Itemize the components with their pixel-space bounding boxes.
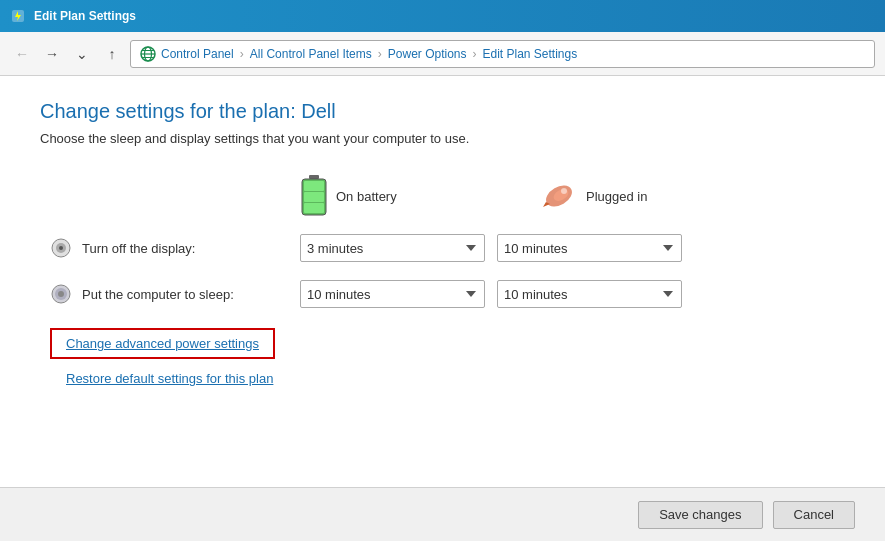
display-setting-label: Turn off the display: <box>40 237 300 259</box>
up-button[interactable]: ↑ <box>100 42 124 66</box>
breadcrumb-poweroptions[interactable]: Power Options <box>388 47 467 61</box>
svg-rect-9 <box>304 192 324 202</box>
cancel-button[interactable]: Cancel <box>773 501 855 529</box>
dropdown-icon: ⌄ <box>76 46 88 62</box>
back-icon: ← <box>15 46 29 62</box>
advanced-power-settings-link[interactable]: Change advanced power settings <box>66 336 259 351</box>
display-plugged-select[interactable]: 10 minutes 1 minute 2 minutes 3 minutes … <box>497 234 682 262</box>
plugged-in-label: Plugged in <box>586 189 647 204</box>
restore-defaults-link[interactable]: Restore default settings for this plan <box>66 371 273 386</box>
on-battery-header: On battery <box>300 174 500 218</box>
window-title: Edit Plan Settings <box>34 9 136 23</box>
title-bar: Edit Plan Settings <box>0 0 885 32</box>
page-subtitle: Choose the sleep and display settings th… <box>40 131 845 146</box>
svg-point-14 <box>561 188 567 194</box>
restore-link-container: Restore default settings for this plan <box>66 371 845 386</box>
save-button[interactable]: Save changes <box>638 501 762 529</box>
up-icon: ↑ <box>109 46 116 62</box>
back-button[interactable]: ← <box>10 42 34 66</box>
column-headers: On battery Plugged in <box>300 174 845 218</box>
svg-rect-8 <box>304 181 324 191</box>
display-icon <box>50 237 72 259</box>
svg-rect-6 <box>309 175 319 179</box>
main-area: Change settings for the plan: Dell Choos… <box>0 76 885 487</box>
dropdown-button[interactable]: ⌄ <box>70 42 94 66</box>
advanced-link-box: Change advanced power settings <box>50 328 275 359</box>
plug-icon <box>540 182 578 210</box>
breadcrumb-editplan[interactable]: Edit Plan Settings <box>482 47 577 61</box>
sleep-setting-label: Put the computer to sleep: <box>40 283 300 305</box>
breadcrumb-allitems[interactable]: All Control Panel Items <box>250 47 372 61</box>
svg-point-20 <box>58 291 64 297</box>
breadcrumb-controlpanel[interactable]: Control Panel <box>161 47 234 61</box>
main-content: Change settings for the plan: Dell Choos… <box>0 76 885 541</box>
globe-icon <box>139 45 157 63</box>
forward-button[interactable]: → <box>40 42 64 66</box>
sleep-setting-row: Put the computer to sleep: 10 minutes 1 … <box>40 280 845 308</box>
svg-point-17 <box>59 246 63 250</box>
plugged-in-header: Plugged in <box>540 182 740 210</box>
bottom-bar: Save changes Cancel <box>0 487 885 541</box>
forward-icon: → <box>45 46 59 62</box>
on-battery-label: On battery <box>336 189 397 204</box>
display-battery-select[interactable]: 3 minutes 1 minute 2 minutes 5 minutes 1… <box>300 234 485 262</box>
address-bar: ← → ⌄ ↑ Control Panel › All Control Pane… <box>0 32 885 76</box>
app-icon <box>10 8 26 24</box>
sleep-icon <box>50 283 72 305</box>
display-setting-row: Turn off the display: 3 minutes 1 minute… <box>40 234 845 262</box>
svg-rect-10 <box>304 203 324 213</box>
battery-icon <box>300 174 328 218</box>
links-section: Change advanced power settings Restore d… <box>40 328 845 386</box>
page-title: Change settings for the plan: Dell <box>40 100 845 123</box>
sleep-battery-select[interactable]: 10 minutes 1 minute 2 minutes 3 minutes … <box>300 280 485 308</box>
address-box[interactable]: Control Panel › All Control Panel Items … <box>130 40 875 68</box>
sleep-plugged-select[interactable]: 10 minutes 1 minute 2 minutes 3 minutes … <box>497 280 682 308</box>
